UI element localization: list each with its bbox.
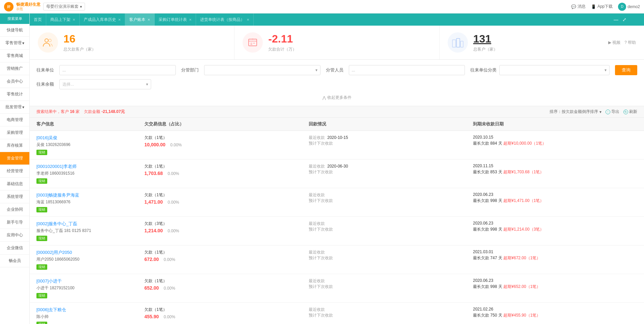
stat-card-debt-total: -2.11 欠款合计（万） <box>234 26 439 59</box>
overdue-amount-7[interactable]: 超期¥455.90（1笔） <box>503 313 540 318</box>
tab-close-incoming-stats[interactable]: ✕ <box>247 18 249 22</box>
customer-name-7[interactable]: [0006]去下粮仓 <box>36 307 144 313</box>
sidebar-item-purchase[interactable]: 采购管理 <box>0 126 29 139</box>
help-link[interactable]: ? 帮助 <box>624 40 636 46</box>
dropdown-arrow-balance: ▾ <box>146 82 148 87</box>
refresh-btn[interactable]: ↻ 刷新 <box>623 109 637 115</box>
recovery-cell-2: 最近收款 2020-06-30 预计下次收款 <box>309 164 473 184</box>
customer-tag-1: 现销 <box>36 150 47 155</box>
sort-selector[interactable]: 排序：按欠款金额倒序排序 ▾ <box>550 109 601 115</box>
filter-balance: 往来余额 选择... ▾ <box>36 79 151 89</box>
search-button[interactable]: 查询 <box>615 65 637 75</box>
sort-arrow-icon: ▾ <box>599 110 601 114</box>
customer-name-1[interactable]: [0016]吴俊 <box>36 135 144 141</box>
debt-count-1: 欠款（1笔） <box>144 135 309 141</box>
refresh-icon: ↻ <box>623 110 628 114</box>
results-text-2: 家 <box>76 109 80 114</box>
sidebar-item-business[interactable]: 经营管理 <box>0 165 29 178</box>
tab-product-status[interactable]: 商品上下架 ✕ <box>46 13 80 26</box>
balance-input[interactable]: 选择... ▾ <box>59 79 151 89</box>
overdue-amount-3[interactable]: 超期¥1,471.00（1笔） <box>503 198 544 203</box>
user-avatar: D <box>618 3 626 11</box>
tab-maximize-btn[interactable]: ⤢ <box>621 17 628 22</box>
customer-tag-3: 现销 <box>36 207 47 212</box>
sidebar-item-retail-mall[interactable]: 零售商城 <box>0 50 29 62</box>
sidebar-item-member[interactable]: 会员中心 <box>0 75 29 88</box>
tab-product-history[interactable]: 产成品入库单历史 ✕ <box>80 13 125 26</box>
app-download-btn[interactable]: 📱 App下载 <box>591 4 613 9</box>
sidebar-item-wholesale[interactable]: 批发管理▾ <box>0 101 29 114</box>
tab-incoming-stats[interactable]: 进货单统计表（按商品） ✕ <box>196 13 254 26</box>
overdue-amount-5[interactable]: 超期¥672.00（1笔） <box>503 256 540 260</box>
sidebar-item-ecommerce[interactable]: 电商管理 <box>0 114 29 126</box>
sidebar-item-system[interactable]: 系统管理 <box>0 190 29 203</box>
overdue-cell-5: 2021.03.01 最长欠款 747 天 超期¥672.00（1笔） <box>473 249 637 270</box>
customer-cell-4: [0002]服务中心_丁磊 服务中心_丁磊 181 0125 8371 现销 <box>36 221 144 241</box>
customer-name-3[interactable]: [0003]畅捷服务尹海蓝 <box>36 192 144 198</box>
customer-name-6[interactable]: [0007]小进干 <box>36 278 144 284</box>
tab-close-product-status[interactable]: ✕ <box>73 18 75 22</box>
table-row: [0016]吴俊 吴俊 13026203696 现销 欠款（1笔） 10,000… <box>30 131 644 159</box>
col-header-recovery: 回款情况 <box>309 121 473 127</box>
person-input[interactable]: ... <box>349 65 465 75</box>
debt-value: -21,148.07元 <box>102 109 125 114</box>
customer-name-2[interactable]: [0001020001]李老师 <box>36 164 144 170</box>
logo-area: 好 畅捷通好生意 示范 母婴行业演示账套 ▾ <box>4 2 85 11</box>
debt-cell-3: 欠款（1笔） 1,471.00 0.00% <box>144 192 309 212</box>
sidebar-item-vip[interactable]: 畅会员 <box>0 255 29 267</box>
customer-tag-6: 现销 <box>36 293 47 298</box>
debt-percent-4: 0.00% <box>168 229 179 233</box>
customer-cell-7: [0006]去下粮仓 陈小帅 现销 <box>36 307 144 324</box>
quick-nav[interactable]: 快捷导航 <box>0 24 29 37</box>
sidebar-item-marketing[interactable]: 营销推广 <box>0 62 29 75</box>
overdue-amount-4[interactable]: 超期¥1,214.00（3笔） <box>503 227 544 232</box>
filter-person: 分管人员 ... <box>326 65 465 75</box>
debt-percent-1: 0.00% <box>170 143 182 147</box>
message-label: 消息 <box>578 4 586 9</box>
tab-purchase-stats[interactable]: 采购订单统计表 ✕ <box>155 13 196 26</box>
filter-row-1: 往来单位 ... 分管部门 ▾ 分管人员 ... 往来单位分类 <box>36 65 637 75</box>
overdue-amount-2[interactable]: 超期¥1,703.68（1笔） <box>503 170 544 174</box>
source-unit-input[interactable]: ... <box>59 65 176 75</box>
stat-icon-customers <box>38 32 58 53</box>
user-menu[interactable]: D demo2 <box>618 3 640 11</box>
overdue-cell-2: 2020.11.15 最长欠款 853 天 超期¥1,703.68（1笔） <box>473 164 637 184</box>
search-label: 搜索菜单 <box>7 17 22 21</box>
stat-card-debt-customers: 16 总欠款客户（家） <box>30 26 234 59</box>
tab-close-customer-account[interactable]: ✕ <box>147 18 150 22</box>
sidebar-item-inventory[interactable]: 库存核算 <box>0 139 29 152</box>
app-logo: 好 <box>4 2 13 11</box>
overdue-amount-6[interactable]: 超期¥652.00（1笔） <box>503 284 540 289</box>
recovery-cell-6: 最近收款 预计下次收款 <box>309 278 473 298</box>
sidebar-item-guide[interactable]: 新手引导 <box>0 216 29 229</box>
sidebar-item-wechat[interactable]: 企业微信 <box>0 242 29 255</box>
customer-tag-4: 现销 <box>36 236 47 241</box>
sidebar-item-finance[interactable]: 资金管理 <box>0 152 29 165</box>
tab-minimize-btn[interactable]: — <box>612 17 620 22</box>
message-btn[interactable]: 💬 消息 <box>571 4 586 9</box>
stat-label-debt-total: 欠款合计（万） <box>268 47 297 52</box>
sidebar-item-apps[interactable]: 应用中心 <box>0 229 29 242</box>
app-name: 畅捷通好生意 <box>16 2 40 7</box>
unit-category-input[interactable]: ▾ <box>499 65 610 75</box>
overdue-amount-1[interactable]: 超期¥10,000.00（1笔） <box>503 141 546 146</box>
export-btn[interactable]: ↑ 导出 <box>606 109 619 115</box>
tab-close-product-history[interactable]: ✕ <box>118 18 121 22</box>
customer-name-5[interactable]: [000002]用户2050 <box>36 249 144 256</box>
debt-count-6: 欠款（1笔） <box>144 278 309 284</box>
collapse-filter-btn[interactable]: ⋀ 收起更多条件 <box>36 93 637 103</box>
tab-close-purchase-stats[interactable]: ✕ <box>189 18 192 22</box>
sidebar-item-basic-info[interactable]: 基础信息 <box>0 178 29 190</box>
company-selector[interactable]: 母婴行业演示账套 ▾ <box>43 3 85 10</box>
tab-home[interactable]: 首页 <box>30 13 46 26</box>
sidebar-item-retail-stats[interactable]: 零售统计 <box>0 88 29 101</box>
tab-customer-account[interactable]: 客户账本 ✕ <box>125 13 155 26</box>
filter-label-person: 分管人员 <box>326 67 346 73</box>
dept-input[interactable]: ▾ <box>204 65 320 75</box>
video-link[interactable]: ▶ 视频 <box>608 40 620 46</box>
customer-name-4[interactable]: [0002]服务中心_丁磊 <box>36 221 144 227</box>
search-menu-btn[interactable]: 搜索菜单 <box>0 13 29 24</box>
sidebar-item-collab[interactable]: 企业协同 <box>0 203 29 216</box>
sidebar-item-retail-mgmt[interactable]: 零售管理▾ <box>0 37 29 50</box>
table-row: [0003]畅捷服务尹海蓝 海蓝 18513066976 现销 欠款（1笔） 1… <box>30 188 644 217</box>
